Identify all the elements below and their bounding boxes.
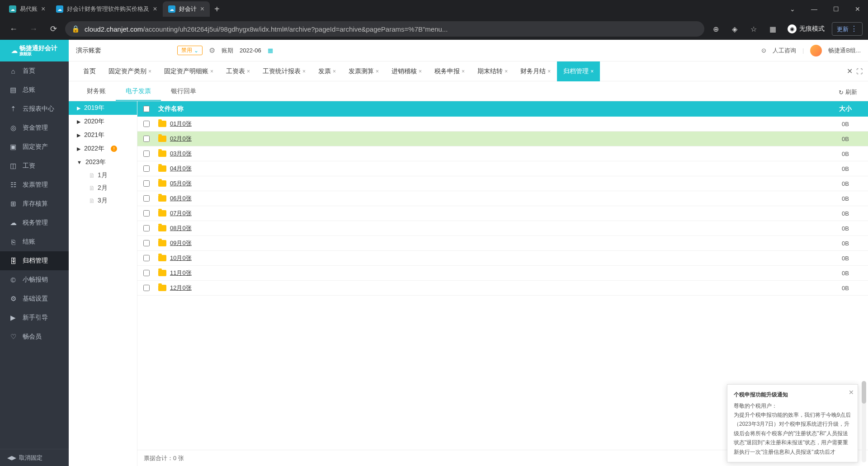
period-value[interactable]: 2022-06 <box>240 47 261 54</box>
url-input[interactable]: 🔒 cloud2.chanjet.com/accounting/uh26t264… <box>65 21 704 37</box>
app-logo[interactable]: ☁ 畅捷通好会计旗舰版 <box>0 40 69 61</box>
sub-tab[interactable]: 电子发票 <box>116 83 161 101</box>
year-item[interactable]: ▶2022年! <box>69 142 137 155</box>
table-row[interactable]: 08月0张0B <box>137 221 868 236</box>
table-row[interactable]: 03月0张0B <box>137 146 868 161</box>
sidebar-item[interactable]: ⚙基础设置 <box>0 289 69 308</box>
year-item[interactable]: ▶2021年 <box>69 128 137 142</box>
month-item[interactable]: 🗎1月 <box>69 169 137 182</box>
close-all-icon[interactable]: ✕ <box>847 67 853 75</box>
sidebar-item[interactable]: ▤总账 <box>0 80 69 99</box>
bookmark-icon[interactable]: ☆ <box>746 21 761 37</box>
table-row[interactable]: 11月0张0B <box>137 266 868 281</box>
sidebar-item[interactable]: 🗄归档管理 <box>0 251 69 270</box>
close-icon[interactable]: × <box>148 68 151 75</box>
close-icon[interactable]: × <box>247 68 250 75</box>
maximize-button[interactable]: ☐ <box>826 2 846 16</box>
close-button[interactable]: ✕ <box>847 2 868 16</box>
table-row[interactable]: 12月0张0B <box>137 281 868 296</box>
file-link[interactable]: 12月0张 <box>170 284 192 292</box>
close-icon[interactable]: × <box>333 68 336 75</box>
close-icon[interactable]: × <box>302 68 306 75</box>
sidebar-item[interactable]: ©小畅报销 <box>0 270 69 289</box>
year-item[interactable]: ▶2019年 <box>69 101 137 115</box>
close-icon[interactable]: × <box>419 68 422 75</box>
row-checkbox[interactable] <box>137 225 156 231</box>
row-checkbox[interactable] <box>137 195 156 202</box>
new-tab-button[interactable]: + <box>210 4 224 14</box>
sidebar-item[interactable]: ◎资金管理 <box>0 118 69 137</box>
close-icon[interactable]: × <box>547 68 551 75</box>
consult-link[interactable]: 人工咨询 <box>773 47 796 55</box>
file-link[interactable]: 07月0张 <box>170 209 192 217</box>
sidebar-item[interactable]: ▣固定资产 <box>0 137 69 156</box>
row-checkbox[interactable] <box>137 121 156 127</box>
file-link[interactable]: 05月0张 <box>170 179 192 188</box>
unpin-button[interactable]: ◀▶ 取消固定 <box>0 449 69 466</box>
gear-icon[interactable]: ⚙ <box>209 46 215 55</box>
sidebar-item[interactable]: ♡畅会员 <box>0 327 69 346</box>
close-icon[interactable]: ✕ <box>849 387 854 398</box>
file-link[interactable]: 01月0张 <box>170 120 192 128</box>
page-tab[interactable]: 进销稽核× <box>385 61 428 81</box>
sidebar-item[interactable]: ⊞库存核算 <box>0 194 69 213</box>
page-tab[interactable]: 固定资产明细账× <box>158 61 220 81</box>
chevron-down-icon[interactable]: ⌄ <box>782 2 803 16</box>
sidebar-item[interactable]: ☷发票管理 <box>0 175 69 194</box>
year-item[interactable]: ▼2023年 <box>69 155 137 169</box>
page-tab[interactable]: 固定资产类别× <box>102 61 158 81</box>
table-row[interactable]: 05月0张0B <box>137 176 868 191</box>
page-tab[interactable]: 财务月结× <box>514 61 557 81</box>
close-icon[interactable]: × <box>153 5 157 13</box>
refresh-button[interactable]: ↻ 刷新 <box>839 88 868 101</box>
row-checkbox[interactable] <box>137 180 156 187</box>
reload-button[interactable]: ⟳ <box>45 21 61 37</box>
sub-tab[interactable]: 财务账 <box>77 83 116 101</box>
sidebar-item[interactable]: ☁税务管理 <box>0 213 69 232</box>
close-icon[interactable]: × <box>505 68 508 75</box>
file-link[interactable]: 08月0张 <box>170 224 192 232</box>
row-checkbox[interactable] <box>137 151 156 157</box>
file-link[interactable]: 03月0张 <box>170 150 192 158</box>
sidebar-item[interactable]: ⎘结账 <box>0 232 69 251</box>
scrollbar[interactable] <box>862 381 866 462</box>
fullscreen-icon[interactable]: ⛶ <box>856 68 863 75</box>
back-button[interactable]: ← <box>5 21 22 37</box>
account-name[interactable]: 演示账套 <box>76 47 101 55</box>
file-link[interactable]: 09月0张 <box>170 239 192 247</box>
file-link[interactable]: 06月0张 <box>170 194 192 202</box>
calendar-icon[interactable]: ▦ <box>268 47 273 54</box>
row-checkbox[interactable] <box>137 240 156 246</box>
month-item[interactable]: 🗎2月 <box>69 182 137 194</box>
forward-button[interactable]: → <box>25 21 42 37</box>
page-tab[interactable]: 期末结转× <box>471 61 514 81</box>
puzzle-icon[interactable]: ▦ <box>765 21 780 37</box>
close-icon[interactable]: × <box>41 5 45 13</box>
browser-tab[interactable]: ☁易代账× <box>4 1 51 17</box>
disable-badge[interactable]: 禁用⌄ <box>177 46 203 55</box>
table-row[interactable]: 02月0张0B <box>137 132 868 146</box>
close-icon[interactable]: × <box>590 68 594 75</box>
file-link[interactable]: 04月0张 <box>170 165 192 173</box>
row-checkbox[interactable] <box>137 285 156 291</box>
select-all-checkbox[interactable] <box>137 106 156 112</box>
close-icon[interactable]: × <box>376 68 379 75</box>
user-name[interactable]: 畅捷通B组... <box>828 47 861 55</box>
table-row[interactable]: 09月0张0B <box>137 236 868 251</box>
file-link[interactable]: 10月0张 <box>170 254 192 262</box>
row-checkbox[interactable] <box>137 255 156 261</box>
sidebar-item[interactable]: ⌂首页 <box>0 61 69 80</box>
update-button[interactable]: 更新 ⋮ <box>832 22 863 36</box>
close-icon[interactable]: × <box>462 68 465 75</box>
table-row[interactable]: 06月0张0B <box>137 191 868 206</box>
page-tab[interactable]: 工资表× <box>220 61 256 81</box>
extension-icon[interactable]: ◈ <box>727 21 742 37</box>
avatar[interactable] <box>810 45 822 56</box>
month-item[interactable]: 🗎3月 <box>69 194 137 207</box>
table-row[interactable]: 01月0张0B <box>137 117 868 132</box>
page-tab[interactable]: 发票测算× <box>342 61 385 81</box>
close-icon[interactable]: × <box>200 5 204 13</box>
sidebar-item[interactable]: ◫工资 <box>0 156 69 175</box>
sub-tab[interactable]: 银行回单 <box>161 83 206 101</box>
sidebar-item[interactable]: ▶新手引导 <box>0 308 69 327</box>
